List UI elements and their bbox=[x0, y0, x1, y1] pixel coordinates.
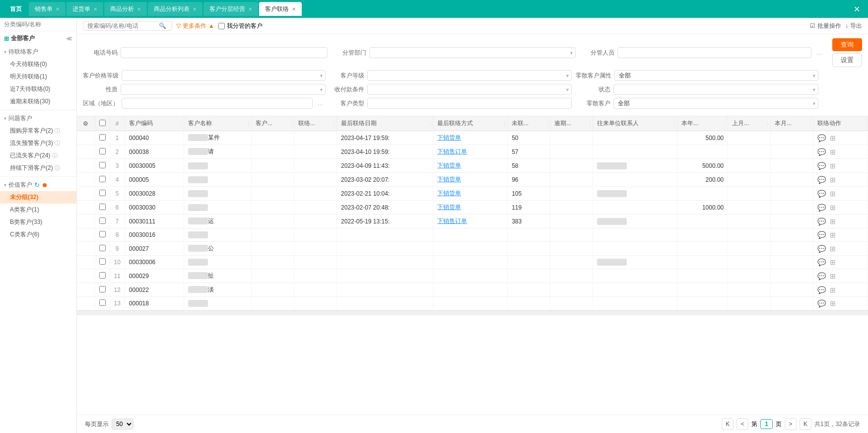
action-grid-icon-6[interactable]: ⊞ bbox=[830, 217, 836, 225]
row-check-10[interactable] bbox=[95, 269, 110, 283]
row-check-2[interactable] bbox=[95, 159, 110, 173]
sidebar-item-7days-contact[interactable]: 近7天待联络(0) bbox=[0, 83, 76, 95]
row-check-0[interactable] bbox=[95, 131, 110, 145]
sidebar-search-input[interactable] bbox=[4, 21, 77, 28]
status-select[interactable] bbox=[613, 84, 818, 95]
row-gear-1[interactable] bbox=[77, 145, 95, 159]
close-tab-customer-segment[interactable]: ✕ bbox=[248, 6, 252, 12]
action-message-icon-12[interactable]: 💬 bbox=[817, 299, 826, 307]
row-check-12[interactable] bbox=[95, 297, 110, 310]
tab-customer-contact[interactable]: 客户联络 ✕ bbox=[259, 2, 302, 16]
reset-button[interactable]: 设置 bbox=[832, 53, 862, 67]
action-message-icon-1[interactable]: 💬 bbox=[817, 148, 826, 156]
action-message-icon-10[interactable]: 💬 bbox=[817, 272, 826, 280]
refresh-icon[interactable]: ↻ bbox=[34, 181, 40, 189]
action-grid-icon-7[interactable]: ⊞ bbox=[830, 231, 836, 239]
sidebar-item-churned[interactable]: 已流失客户(24) ⓘ bbox=[0, 149, 76, 162]
group-value-customers[interactable]: ▾ 价值客户 ↻ bbox=[0, 179, 76, 191]
action-message-icon-7[interactable]: 💬 bbox=[817, 231, 826, 239]
action-grid-icon-4[interactable]: ⊞ bbox=[830, 190, 836, 198]
action-message-icon-0[interactable]: 💬 bbox=[817, 134, 826, 142]
sidebar-item-tomorrow-contact[interactable]: 明天待联络(1) bbox=[0, 71, 76, 83]
action-grid-icon-5[interactable]: ⊞ bbox=[830, 204, 836, 212]
close-tab-product-analysis-list[interactable]: ✕ bbox=[193, 6, 197, 12]
person-input[interactable] bbox=[617, 47, 811, 58]
dept-select[interactable] bbox=[369, 47, 576, 58]
customer-level-select[interactable] bbox=[367, 70, 572, 81]
sidebar-item-today-contact[interactable]: 今天待联络(0) bbox=[0, 58, 76, 71]
action-grid-icon-8[interactable]: ⊞ bbox=[830, 245, 836, 253]
row-gear-4[interactable] bbox=[77, 187, 95, 201]
row-check-8[interactable] bbox=[95, 242, 110, 256]
all-customers-header[interactable]: ⊞ 全部客户 ≪ bbox=[0, 31, 76, 46]
select-all-checkbox[interactable] bbox=[99, 120, 106, 126]
price-level-select[interactable] bbox=[122, 70, 326, 81]
row-gear-3[interactable] bbox=[77, 173, 95, 187]
close-tab-purchase[interactable]: ✕ bbox=[93, 6, 97, 12]
row-check-4[interactable] bbox=[95, 187, 110, 201]
row-check-11[interactable] bbox=[95, 283, 110, 297]
search-input[interactable] bbox=[87, 22, 157, 29]
sidebar-item-ungrouped[interactable]: 未分组(32) bbox=[0, 191, 76, 204]
action-message-icon-8[interactable]: 💬 bbox=[817, 245, 826, 253]
sidebar-item-hoarding-abnormal[interactable]: 囤购异常客户(2) ⓘ bbox=[0, 125, 76, 137]
action-message-icon-11[interactable]: 💬 bbox=[817, 286, 826, 294]
close-tab-customer-contact[interactable]: ✕ bbox=[292, 6, 296, 12]
row-gear-2[interactable] bbox=[77, 159, 95, 173]
next-page-button[interactable]: > bbox=[785, 418, 797, 430]
action-message-icon-6[interactable]: 💬 bbox=[817, 217, 826, 225]
customer-type-input[interactable] bbox=[367, 98, 572, 109]
row-gear-7[interactable] bbox=[77, 228, 95, 242]
my-customers-checkbox[interactable]: 我分管的客户 bbox=[218, 22, 263, 30]
region-more-icon[interactable]: … bbox=[316, 100, 326, 107]
row-check-9[interactable] bbox=[95, 256, 110, 269]
group-pending-contact[interactable]: ▾ 待联络客户 bbox=[0, 46, 76, 58]
row-gear-6[interactable] bbox=[77, 215, 95, 228]
my-customers-check[interactable] bbox=[218, 23, 225, 29]
action-grid-icon-3[interactable]: ⊞ bbox=[830, 176, 836, 184]
action-grid-icon-9[interactable]: ⊞ bbox=[830, 258, 836, 266]
row-gear-8[interactable] bbox=[77, 242, 95, 256]
region-input[interactable] bbox=[122, 98, 313, 109]
sidebar-item-c-class[interactable]: C类客户(6) bbox=[0, 228, 76, 241]
action-grid-icon-11[interactable]: ⊞ bbox=[830, 286, 836, 294]
person-more-icon[interactable]: … bbox=[814, 49, 824, 56]
sidebar-item-churn-warning[interactable]: 流失预警客户(3) ⓘ bbox=[0, 137, 76, 149]
batch-ops-button[interactable]: ☑ 批量操作 bbox=[810, 22, 841, 30]
action-message-icon-3[interactable]: 💬 bbox=[817, 176, 826, 184]
phone-input[interactable] bbox=[121, 47, 328, 58]
sparse-customer-select[interactable]: 全部 bbox=[613, 98, 818, 109]
tab-product-analysis[interactable]: 商品分析 ✕ bbox=[104, 2, 147, 16]
tab-customer-segment[interactable]: 客户分层经营 ✕ bbox=[203, 2, 258, 16]
more-conditions-button[interactable]: ▽ 更多条件 ▲ bbox=[176, 22, 214, 30]
row-check-6[interactable] bbox=[95, 215, 110, 228]
th-settings[interactable]: ⚙ bbox=[77, 116, 95, 131]
sidebar-item-overdue-contact[interactable]: 逾期未联络(30) bbox=[0, 95, 76, 108]
group-problem-customers[interactable]: ▾ 问题客户 bbox=[0, 112, 76, 125]
row-gear-9[interactable] bbox=[77, 256, 95, 269]
action-message-icon-5[interactable]: 💬 bbox=[817, 204, 826, 212]
row-gear-0[interactable] bbox=[77, 131, 95, 145]
action-message-icon-9[interactable]: 💬 bbox=[817, 258, 826, 266]
sparse-attr-select[interactable]: 全部 bbox=[614, 70, 818, 81]
query-button[interactable]: 查询 bbox=[832, 38, 862, 51]
export-button[interactable]: ↓ 导出 bbox=[845, 22, 862, 30]
nature-select[interactable] bbox=[121, 84, 326, 95]
close-tab-sales[interactable]: ✕ bbox=[56, 6, 60, 12]
sidebar-item-b-class[interactable]: B类客户(33) bbox=[0, 216, 76, 228]
row-gear-5[interactable] bbox=[77, 201, 95, 215]
horizontal-scrollbar[interactable] bbox=[77, 310, 868, 315]
action-grid-icon-2[interactable]: ⊞ bbox=[830, 162, 836, 170]
per-page-select[interactable]: 50 bbox=[112, 419, 134, 430]
action-message-icon-4[interactable]: 💬 bbox=[817, 190, 826, 198]
search-icon[interactable]: 🔍 bbox=[159, 22, 166, 29]
tab-home[interactable]: 首页 bbox=[4, 2, 28, 16]
row-check-1[interactable] bbox=[95, 145, 110, 159]
close-tab-product-analysis[interactable]: ✕ bbox=[137, 6, 141, 12]
sidebar-item-a-class[interactable]: A类客户(1) bbox=[0, 204, 76, 216]
action-grid-icon-12[interactable]: ⊞ bbox=[830, 299, 836, 307]
row-check-3[interactable] bbox=[95, 173, 110, 187]
close-window-button[interactable]: ✕ bbox=[850, 4, 864, 14]
action-grid-icon-0[interactable]: ⊞ bbox=[830, 134, 836, 142]
action-grid-icon-1[interactable]: ⊞ bbox=[830, 148, 836, 156]
